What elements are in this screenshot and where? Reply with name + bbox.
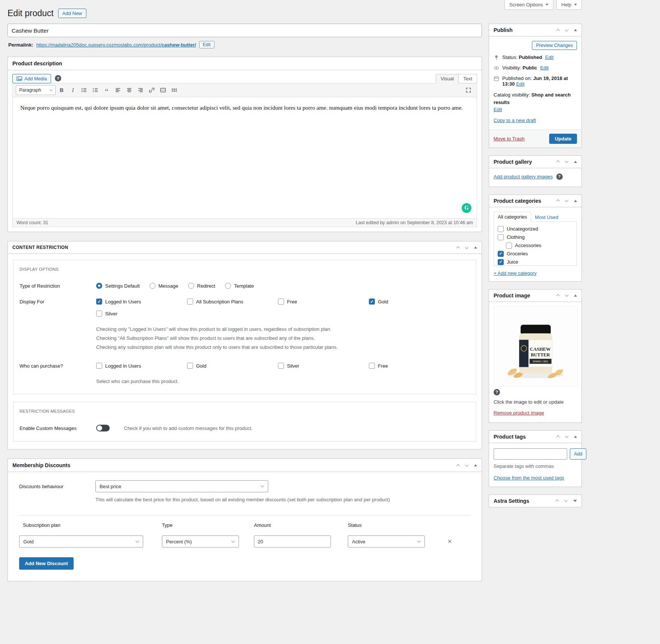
move-down-icon[interactable] bbox=[465, 463, 469, 467]
edit-visibility-link[interactable]: Edit bbox=[540, 65, 548, 71]
move-up-icon[interactable] bbox=[556, 499, 559, 503]
display-options-section: DISPLAY OPTIONS Type of Restriction Sett… bbox=[13, 260, 476, 394]
blockquote-button[interactable]: “ bbox=[101, 85, 112, 95]
add-gallery-images-link[interactable]: Add product gallery images bbox=[494, 174, 553, 179]
tab-all-categories[interactable]: All categories bbox=[494, 212, 531, 222]
move-down-icon[interactable] bbox=[565, 198, 569, 202]
align-left-button[interactable] bbox=[113, 85, 123, 95]
paragraph-format-select[interactable]: Paragraph bbox=[16, 85, 56, 95]
edit-published-link[interactable]: Edit bbox=[516, 81, 524, 87]
add-new-discount-button[interactable]: Add New Discount bbox=[19, 557, 74, 570]
insert-link-button[interactable] bbox=[146, 85, 157, 95]
numbered-list-button[interactable] bbox=[90, 85, 101, 95]
move-down-icon[interactable] bbox=[565, 159, 569, 163]
tab-most-used[interactable]: Most Used bbox=[531, 213, 562, 222]
collapse-toggle-icon[interactable] bbox=[574, 29, 577, 31]
move-up-icon[interactable] bbox=[556, 294, 560, 298]
purchase-checkbox-logged-in-users[interactable]: Logged In Users bbox=[96, 363, 187, 369]
checkbox-gold[interactable]: Gold bbox=[369, 299, 460, 305]
product-image[interactable]: CASHEW BUTTER 500MG CBD bbox=[494, 306, 578, 387]
help-button[interactable]: Help bbox=[556, 0, 582, 10]
move-down-icon[interactable] bbox=[565, 434, 569, 438]
collapse-toggle-icon[interactable] bbox=[474, 246, 477, 249]
fullscreen-button[interactable] bbox=[463, 85, 474, 95]
help-icon[interactable]: ? bbox=[556, 173, 563, 180]
help-icon[interactable]: ? bbox=[494, 389, 500, 395]
collapse-toggle-icon[interactable] bbox=[574, 200, 577, 202]
tab-text[interactable]: Text bbox=[458, 74, 477, 83]
enable-custom-messages-toggle[interactable] bbox=[96, 425, 110, 431]
permalink-url-base: https://madalina205doc.supserv.cozmoslab… bbox=[36, 42, 162, 48]
align-right-button[interactable] bbox=[135, 85, 146, 95]
purchase-checkbox-gold[interactable]: Gold bbox=[187, 363, 278, 369]
move-up-icon[interactable] bbox=[456, 246, 460, 250]
discount-amount-input[interactable] bbox=[254, 535, 331, 547]
preview-changes-button[interactable]: Preview Changes bbox=[532, 41, 577, 50]
align-center-button[interactable] bbox=[124, 85, 134, 95]
add-media-button[interactable]: Add Media bbox=[12, 74, 51, 83]
checkbox-logged-in-users[interactable]: Logged In Users bbox=[96, 299, 187, 305]
editor-content-area[interactable]: Neque porro quisquam est, qui dolore ips… bbox=[13, 97, 477, 218]
category-groceries[interactable]: Groceries bbox=[498, 250, 573, 258]
collapse-toggle-icon[interactable] bbox=[574, 161, 577, 163]
radio-redirect[interactable]: Redirect bbox=[188, 283, 215, 289]
move-up-icon[interactable] bbox=[556, 199, 560, 203]
screen-options-button[interactable]: Screen Options bbox=[504, 0, 554, 10]
product-title-input[interactable] bbox=[8, 24, 482, 37]
move-up-icon[interactable] bbox=[556, 435, 560, 439]
category-accessories[interactable]: Accessories bbox=[506, 241, 573, 250]
radio-settings-default[interactable]: Settings Default bbox=[96, 283, 140, 289]
add-tag-button[interactable]: Add bbox=[570, 448, 586, 460]
edit-status-link[interactable]: Edit bbox=[545, 54, 553, 60]
category-clothing[interactable]: Clothing bbox=[498, 233, 573, 241]
category-juice[interactable]: Juice bbox=[498, 258, 573, 266]
grammarly-icon[interactable]: G bbox=[462, 203, 471, 213]
move-up-icon[interactable] bbox=[556, 160, 560, 164]
category-uncategorized[interactable]: Uncategorized bbox=[498, 225, 573, 233]
move-down-icon[interactable] bbox=[564, 498, 568, 502]
collapse-toggle-icon[interactable] bbox=[574, 436, 577, 438]
collapse-toggle-icon[interactable] bbox=[573, 500, 577, 502]
more-tag-button[interactable] bbox=[158, 85, 168, 95]
purchase-checkbox-free[interactable]: Free bbox=[369, 363, 460, 369]
checkbox-silver[interactable]: Silver bbox=[96, 311, 187, 317]
checkbox-free[interactable]: Free bbox=[278, 299, 369, 305]
bulleted-list-button[interactable] bbox=[79, 85, 89, 95]
permalink-edit-button[interactable]: Edit bbox=[199, 41, 214, 48]
checkbox-all-subscription-plans[interactable]: All Subscription Plans bbox=[187, 299, 278, 305]
bold-button[interactable]: B bbox=[56, 85, 67, 95]
panel-title: Product gallery bbox=[494, 159, 557, 165]
collapse-toggle-icon[interactable] bbox=[574, 294, 577, 297]
new-tag-input[interactable] bbox=[494, 448, 567, 460]
choose-most-used-tags-link[interactable]: Choose from the most used tags bbox=[494, 475, 564, 481]
permalink-link[interactable]: https://madalina205doc.supserv.cozmoslab… bbox=[36, 42, 196, 48]
discount-row: Gold Percent (%) bbox=[19, 535, 470, 547]
collapse-toggle-icon[interactable] bbox=[474, 464, 477, 466]
tab-visual[interactable]: Visual bbox=[436, 74, 459, 83]
edit-catalog-link[interactable]: Edit bbox=[494, 107, 502, 112]
radio-message[interactable]: Message bbox=[150, 283, 178, 289]
italic-button[interactable]: I bbox=[68, 85, 78, 95]
purchase-checkbox-silver[interactable]: Silver bbox=[278, 363, 369, 369]
discount-plan-select[interactable]: Gold bbox=[19, 535, 143, 547]
toolbar-toggle-button[interactable] bbox=[169, 85, 180, 95]
move-down-icon[interactable] bbox=[465, 245, 469, 249]
radio-template[interactable]: Template bbox=[225, 283, 254, 289]
remove-product-image-link[interactable]: Remove product image bbox=[494, 410, 544, 416]
move-down-icon[interactable] bbox=[565, 28, 569, 32]
checkbox-label: Logged In Users bbox=[105, 363, 141, 369]
move-up-icon[interactable] bbox=[456, 464, 460, 468]
update-button[interactable]: Update bbox=[549, 134, 577, 144]
add-new-button[interactable]: Add New bbox=[58, 9, 86, 18]
move-down-icon[interactable] bbox=[565, 293, 569, 297]
discounts-behaviour-select[interactable]: Best price bbox=[95, 480, 268, 492]
discount-type-select[interactable]: Percent (%) bbox=[162, 535, 239, 547]
add-new-category-link[interactable]: + Add new category bbox=[494, 270, 537, 276]
discount-status-select[interactable]: Active bbox=[348, 535, 425, 547]
remove-discount-icon[interactable]: ✕ bbox=[447, 538, 452, 545]
help-icon[interactable]: ? bbox=[55, 75, 61, 81]
copy-to-draft-link[interactable]: Copy to a new draft bbox=[494, 118, 536, 123]
content-restriction-panel: CONTENT RESTRICTION DISPLAY OPTIONS Type… bbox=[8, 241, 482, 449]
move-up-icon[interactable] bbox=[556, 29, 560, 32]
move-to-trash-link[interactable]: Move to Trash bbox=[494, 136, 524, 142]
